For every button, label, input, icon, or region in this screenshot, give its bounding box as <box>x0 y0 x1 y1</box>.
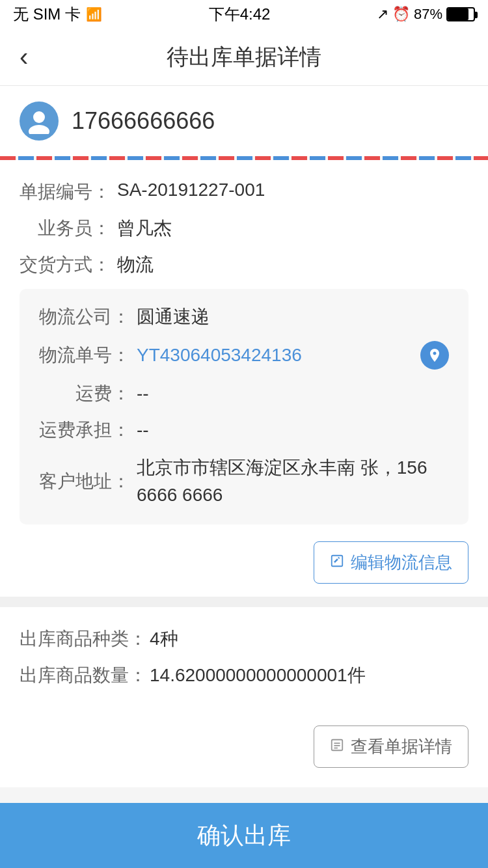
logistics-tracking-value: YT43064053424136 <box>137 345 410 366</box>
delivery-row: 交货方式： 物流 <box>20 252 468 277</box>
goods-quantity-label: 出库商品数量： <box>20 663 150 688</box>
freight-bearer-row: 运费承担： -- <box>39 418 449 442</box>
address-row: 客户地址： 北京市市辖区海淀区永丰南 张，156 6666 6666 <box>39 454 449 509</box>
edit-logistics-button[interactable]: 编辑物流信息 <box>314 541 468 584</box>
view-detail-label: 查看单据详情 <box>351 735 452 758</box>
edit-logistics-label: 编辑物流信息 <box>351 551 452 574</box>
alarm-icon: ⏰ <box>392 6 410 23</box>
confirm-button[interactable]: 确认出库 <box>0 803 488 868</box>
status-right: ↗ ⏰ 87% <box>377 6 475 23</box>
view-detail-button[interactable]: 查看单据详情 <box>314 726 468 768</box>
delivery-label: 交货方式： <box>20 252 111 277</box>
doc-no-row: 单据编号： SA-20191227-001 <box>20 180 468 204</box>
goods-section: 出库商品种类： 4种 出库商品数量： 14.62000000000000001件 <box>0 607 488 712</box>
battery-percent: 87% <box>414 6 442 23</box>
logistics-company-value: 圆通速递 <box>137 305 449 329</box>
sales-person-row: 业务员： 曾凡杰 <box>20 216 468 241</box>
freight-bearer-label: 运费承担： <box>39 418 130 442</box>
list-icon <box>330 738 344 752</box>
goods-type-row: 出库商品种类： 4种 <box>20 627 468 651</box>
avatar <box>20 102 59 141</box>
svg-point-0 <box>33 111 45 123</box>
freight-row: 运费： -- <box>39 381 449 406</box>
gray-separator-1 <box>0 597 488 607</box>
logistics-company-label: 物流公司： <box>39 305 130 329</box>
freight-bearer-value: -- <box>137 420 449 441</box>
edit-pencil-icon <box>330 554 344 568</box>
location-icon: ↗ <box>377 6 388 23</box>
logistics-card: 物流公司： 圆通速递 物流单号： YT43064053424136 运费： --… <box>20 289 468 524</box>
goods-type-label: 出库商品种类： <box>20 627 150 651</box>
location-track-button[interactable] <box>420 341 449 370</box>
delivery-value: 物流 <box>117 252 468 277</box>
wifi-icon: 📶 <box>86 7 102 22</box>
sales-person-value: 曾凡杰 <box>117 216 468 241</box>
status-time: 下午4:42 <box>209 4 271 25</box>
user-avatar-svg <box>26 108 52 134</box>
logistics-tracking-row: 物流单号： YT43064053424136 <box>39 341 449 370</box>
user-card: 17666666666 <box>0 86 488 156</box>
doc-no-value: SA-20191227-001 <box>117 180 468 200</box>
status-left: 无 SIM 卡 📶 <box>13 4 102 25</box>
battery-icon <box>446 7 475 21</box>
status-bar: 无 SIM 卡 📶 下午4:42 ↗ ⏰ 87% <box>0 0 488 29</box>
freight-label: 运费： <box>39 381 130 406</box>
doc-info-section: 单据编号： SA-20191227-001 业务员： 曾凡杰 交货方式： 物流 … <box>0 160 488 597</box>
edit-icon <box>330 552 344 573</box>
sales-person-label: 业务员： <box>20 216 111 241</box>
confirm-button-label: 确认出库 <box>197 820 291 852</box>
goods-quantity-row: 出库商品数量： 14.62000000000000001件 <box>20 663 468 688</box>
user-phone: 17666666666 <box>72 107 215 135</box>
nav-bar: ‹ 待出库单据详情 <box>0 29 488 86</box>
freight-value: -- <box>137 383 449 404</box>
page-title: 待出库单据详情 <box>167 42 321 72</box>
edit-btn-container: 编辑物流信息 <box>20 535 468 584</box>
carrier-text: 无 SIM 卡 <box>13 4 81 25</box>
address-label: 客户地址： <box>39 469 130 494</box>
view-btn-container: 查看单据详情 <box>0 712 488 787</box>
goods-type-value: 4种 <box>150 627 178 651</box>
doc-no-label: 单据编号： <box>20 180 111 204</box>
logistics-company-row: 物流公司： 圆通速递 <box>39 305 449 329</box>
goods-quantity-value: 14.62000000000000001件 <box>150 663 366 688</box>
back-button[interactable]: ‹ <box>20 42 28 72</box>
address-value: 北京市市辖区海淀区永丰南 张，156 6666 6666 <box>137 454 449 509</box>
logistics-tracking-label: 物流单号： <box>39 343 130 368</box>
svg-point-1 <box>29 125 49 134</box>
detail-list-icon <box>330 737 344 757</box>
map-pin-icon <box>427 347 442 363</box>
